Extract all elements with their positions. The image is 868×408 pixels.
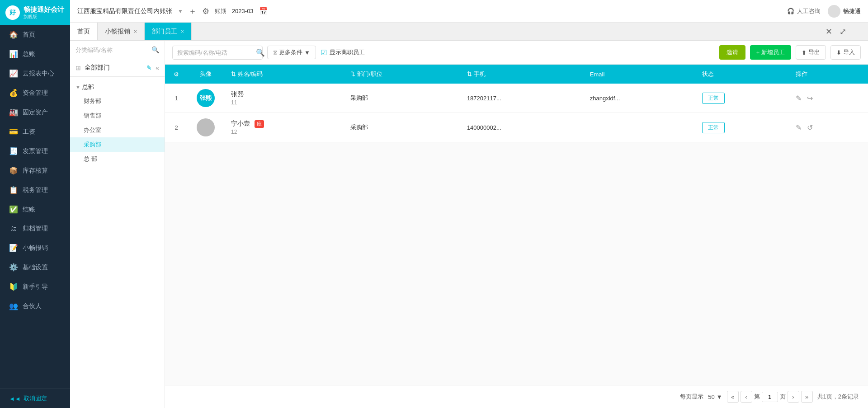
- sidebar-item-label: 总账: [23, 50, 35, 58]
- sidebar-item-assets[interactable]: 🏭 固定资产: [0, 103, 70, 122]
- close-expense-tab-icon[interactable]: ×: [134, 28, 137, 35]
- sidebar-item-label: 固定资产: [23, 108, 48, 117]
- sidebar-item-payroll[interactable]: 💳 工资: [0, 122, 70, 141]
- last-page-button[interactable]: »: [801, 391, 813, 403]
- employee-search-input[interactable]: [177, 49, 253, 56]
- maximize-window-button[interactable]: ⤢: [836, 25, 850, 38]
- row-dept-cell: 采购部: [343, 84, 460, 113]
- table-row: 1 张熙 张熙 11: [165, 84, 868, 113]
- sidebar-item-tax[interactable]: 📋 税务管理: [0, 180, 70, 200]
- import-button[interactable]: ⬇ 导入: [830, 45, 861, 60]
- sidebar-nav: 🏠 首页 📊 总账 📈 云报表中心 💰 资金管理 🏭 固定资产 💳 工资 🧾 发…: [0, 25, 70, 389]
- edit-icon[interactable]: ✎: [796, 94, 802, 103]
- employee-search-icon[interactable]: 🔍: [256, 48, 265, 57]
- dept-header-label: 全部部门: [85, 64, 143, 72]
- right-panel: 🔍 ⧖ 更多条件 ▼ ☑ 显示离职员工 邀请 + 新增员工 ⬆ 导出: [165, 41, 868, 408]
- page-of-label: 页: [780, 393, 786, 401]
- filter-button[interactable]: ⧖ 更多条件 ▼: [267, 46, 316, 59]
- row-num: 2: [165, 113, 188, 142]
- sidebar-item-close[interactable]: ✅ 结账: [0, 200, 70, 219]
- dept-purchase[interactable]: 采购部: [70, 137, 165, 152]
- col-phone[interactable]: ⇅ 手机: [460, 65, 583, 84]
- employee-table: ⚙ 头像 ⇅ 姓名/编码 ⇅ 部门/职位 ⇅ 手机 Email 状态 操作: [165, 65, 868, 142]
- next-page-button[interactable]: ›: [788, 391, 799, 403]
- sidebar-item-settings[interactable]: ⚙️ 基础设置: [0, 258, 70, 277]
- export-label: 导出: [808, 48, 820, 56]
- col-name[interactable]: ⇅ 姓名/编码: [224, 65, 343, 84]
- dept-office[interactable]: 办公室: [70, 123, 165, 137]
- logo-text-group: 畅捷通好会计 旗舰版: [24, 5, 64, 20]
- sidebar-item-invoice[interactable]: 🧾 发票管理: [0, 141, 70, 161]
- page-size-select[interactable]: 50 ▼: [708, 394, 722, 400]
- sidebar-item-partner[interactable]: 👥 合伙人: [0, 296, 70, 316]
- settings-gear-icon[interactable]: ⚙: [202, 6, 209, 16]
- user-menu[interactable]: 畅捷通: [828, 5, 861, 18]
- dept-collapse-icon[interactable]: «: [156, 64, 159, 71]
- col-email: Email: [583, 65, 695, 84]
- col-dept[interactable]: ⇅ 部门/职位: [343, 65, 460, 84]
- first-page-button[interactable]: «: [727, 391, 739, 403]
- row-phone-cell: 140000002...: [460, 113, 583, 142]
- row-name-cell: 张熙 11: [224, 84, 343, 113]
- tab-expense[interactable]: 小畅报销 ×: [98, 23, 145, 40]
- show-resigned-checkbox[interactable]: ☑ 显示离职员工: [321, 48, 365, 57]
- dept-purchase-label: 采购部: [84, 141, 101, 148]
- sidebar-item-label: 首页: [23, 31, 35, 39]
- row-email-cell: zhangxidf...: [583, 84, 695, 113]
- edit-icon[interactable]: ✎: [796, 123, 802, 132]
- dept-root[interactable]: ▼ 总部: [70, 80, 165, 94]
- page-number-input[interactable]: [762, 392, 778, 402]
- app-title: 畅捷通好会计: [24, 5, 64, 14]
- sidebar-item-reports[interactable]: 📈 云报表中心: [0, 64, 70, 83]
- dept-search-input[interactable]: [75, 47, 151, 53]
- sidebar-item-home[interactable]: 🏠 首页: [0, 25, 70, 44]
- page-size-dropdown-icon: ▼: [717, 394, 722, 400]
- employee-table-container: ⚙ 头像 ⇅ 姓名/编码 ⇅ 部门/职位 ⇅ 手机 Email 状态 操作: [165, 65, 868, 385]
- logout-icon[interactable]: ↪: [807, 94, 813, 103]
- show-resigned-label: 显示离职员工: [330, 48, 365, 56]
- delete-icon[interactable]: ↺: [807, 123, 813, 132]
- filter-label: 更多条件: [279, 48, 302, 56]
- row-email-cell: [583, 113, 695, 142]
- status-badge: 正常: [702, 93, 725, 104]
- col-settings[interactable]: ⚙: [165, 65, 188, 84]
- dept-finance[interactable]: 财务部: [70, 94, 165, 108]
- tab-employees[interactable]: 部门员工 ×: [145, 23, 192, 40]
- archive-icon: 🗂: [9, 225, 18, 233]
- employee-name: 宁小壹 应: [231, 120, 264, 128]
- table-header-row: ⚙ 头像 ⇅ 姓名/编码 ⇅ 部门/职位 ⇅ 手机 Email 状态 操作: [165, 65, 868, 84]
- close-employees-tab-icon[interactable]: ×: [181, 28, 184, 35]
- close-window-button[interactable]: ✕: [822, 25, 836, 38]
- tax-icon: 📋: [9, 186, 18, 194]
- prev-page-button[interactable]: ‹: [741, 391, 752, 403]
- invite-button[interactable]: 邀请: [719, 45, 745, 60]
- app-logo: 好 畅捷通好会计 旗舰版: [0, 0, 70, 25]
- dept-search-icon[interactable]: 🔍: [151, 46, 159, 53]
- avatar-circle: 张熙: [197, 89, 215, 107]
- service-button[interactable]: 🎧 人工咨询: [787, 7, 821, 15]
- unpin-button[interactable]: ◄◄ 取消固定: [0, 389, 70, 408]
- sidebar-item-archive[interactable]: 🗂 归档管理: [0, 219, 70, 238]
- sidebar-item-guide[interactable]: 🔰 新手引导: [0, 277, 70, 296]
- sidebar-item-expense[interactable]: 📝 小畅报销: [0, 238, 70, 258]
- dept-edit-icon[interactable]: ✎: [146, 64, 152, 71]
- guide-icon: 🔰: [9, 282, 18, 291]
- col-avatar: 头像: [188, 65, 224, 84]
- sidebar-item-label: 发票管理: [23, 147, 48, 155]
- export-button[interactable]: ⬆ 导出: [796, 45, 826, 60]
- sidebar-item-ledger[interactable]: 📊 总账: [0, 44, 70, 64]
- collapse-arrow-icon: ▼: [75, 84, 80, 90]
- add-tab-icon[interactable]: ＋: [189, 6, 197, 17]
- import-icon: ⬇: [836, 49, 841, 56]
- tab-home[interactable]: 首页: [70, 23, 98, 40]
- calendar-icon[interactable]: 📅: [259, 7, 268, 15]
- tab-expense-label: 小畅报销: [105, 28, 130, 36]
- dept-headquarters[interactable]: 总 部: [70, 152, 165, 166]
- reports-icon: 📈: [9, 69, 18, 78]
- sidebar-item-inventory[interactable]: 📦 库存核算: [0, 161, 70, 180]
- funds-icon: 💰: [9, 89, 18, 97]
- sidebar-item-funds[interactable]: 💰 资金管理: [0, 83, 70, 103]
- add-employee-button[interactable]: + 新增员工: [750, 45, 791, 60]
- company-dropdown-icon[interactable]: ▼: [178, 8, 183, 14]
- dept-sales[interactable]: 销售部: [70, 108, 165, 123]
